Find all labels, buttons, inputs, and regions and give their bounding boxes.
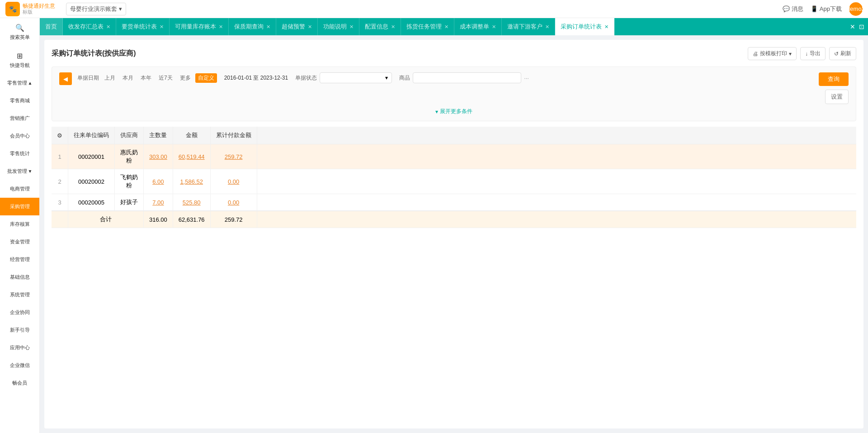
tab-purchase-order-stat[interactable]: 采购订单统计表 ✕ bbox=[555, 18, 614, 35]
sidebar-item-member[interactable]: 会员中心 bbox=[0, 127, 39, 145]
sidebar-item-collab[interactable]: 企业协同 bbox=[0, 304, 39, 321]
cell-supplier: 好孩子 bbox=[115, 194, 144, 211]
col-supplier: 供应商 bbox=[115, 127, 144, 144]
cell-paid[interactable]: 0.00 bbox=[210, 194, 257, 211]
goods-label: 商品 bbox=[399, 74, 410, 82]
status-label: 单据状态 bbox=[295, 74, 317, 82]
tab-close-all-btn[interactable]: ✕ bbox=[850, 23, 855, 30]
tab-invite[interactable]: 邀请下游客户 ✕ bbox=[502, 18, 555, 35]
print-icon: 🖨 bbox=[753, 51, 758, 57]
sidebar-item-search[interactable]: 🔍 搜索英单 bbox=[0, 18, 39, 46]
sidebar-item-retail-shop[interactable]: 零售商城 bbox=[0, 92, 39, 109]
top-bar-right: 💬 消息 📱 App下载 demo2 bbox=[783, 2, 863, 16]
sidebar-item-newbie[interactable]: 新手引导 bbox=[0, 321, 39, 339]
cell-num: 3 bbox=[52, 194, 68, 211]
custom-tag[interactable]: 自定义 bbox=[195, 73, 217, 83]
table-row[interactable]: 3 00020005 好孩子 7.00 525.80 0.00 bbox=[52, 194, 856, 211]
settings-icon[interactable]: ⚙ bbox=[57, 132, 62, 139]
tab-overstock[interactable]: 超储预警 ✕ bbox=[276, 18, 318, 35]
shortcut-7days[interactable]: 近7天 bbox=[156, 73, 175, 83]
shortcut-this-month[interactable]: 本月 bbox=[120, 73, 136, 83]
status-select[interactable]: ▾ bbox=[320, 72, 392, 83]
cell-qty[interactable]: 6.00 bbox=[144, 169, 173, 194]
filter-area: ◀ 单据日期 上月 本月 本年 近7天 更多 bbox=[52, 67, 856, 121]
avatar[interactable]: demo2 bbox=[849, 2, 863, 16]
table-row[interactable]: 2 00020002 飞鹤奶粉 6.00 1,586.52 0.00 bbox=[52, 169, 856, 194]
sidebar-item-system[interactable]: 系统管理 bbox=[0, 286, 39, 304]
chevron-down-icon: ▾ bbox=[119, 5, 122, 12]
sidebar-item-wholesale[interactable]: 批发管理 ▼ bbox=[0, 162, 39, 180]
tab-available-stock[interactable]: 可用量库存账本 ✕ bbox=[170, 18, 229, 35]
tab-task[interactable]: 拣货任务管理 ✕ bbox=[401, 18, 454, 35]
sidebar-item-purchase[interactable]: 采购管理 bbox=[0, 198, 39, 215]
filter-collapse-btn[interactable]: ◀ bbox=[59, 72, 72, 85]
layout: 🔍 搜索英单 ⊞ 快捷导航 零售管理 ▲ 零售商城 营销推广 会员中心 零售统计… bbox=[0, 18, 868, 433]
tab-funcguide[interactable]: 功能说明 ✕ bbox=[318, 18, 359, 35]
sidebar-item-retail[interactable]: 零售管理 ▲ bbox=[0, 74, 39, 92]
logo-area: 🐾 畅捷通好生意 标版 bbox=[5, 2, 55, 16]
cell-paid[interactable]: 0.00 bbox=[210, 169, 257, 194]
tab-close-task[interactable]: ✕ bbox=[444, 24, 448, 30]
sidebar-item-marketing[interactable]: 营销推广 bbox=[0, 109, 39, 127]
tab-config[interactable]: 配置信息 ✕ bbox=[359, 18, 401, 35]
message-btn[interactable]: 💬 消息 bbox=[783, 5, 803, 13]
goods-input[interactable] bbox=[413, 72, 521, 83]
logo-text: 畅捷通好生意 标版 bbox=[23, 3, 55, 15]
sidebar-item-basic[interactable]: 基础信息 bbox=[0, 268, 39, 286]
tab-validity[interactable]: 保质期查询 ✕ bbox=[229, 18, 276, 35]
tab-close-available-stock[interactable]: ✕ bbox=[219, 24, 223, 30]
tab-home[interactable]: 首页 bbox=[40, 18, 63, 35]
shortcut-more[interactable]: 更多 bbox=[177, 73, 193, 83]
sidebar-item-appcenter[interactable]: 应用中心 bbox=[0, 339, 39, 357]
tab-receive-send[interactable]: 收发存汇总表 ✕ bbox=[63, 18, 116, 35]
expand-btn[interactable]: ▾ 展开更多条件 bbox=[435, 108, 472, 115]
sidebar-item-quicknav[interactable]: ⊞ 快捷导航 bbox=[0, 46, 39, 74]
chevron-down-icon2: ▼ bbox=[28, 169, 33, 174]
cell-amount[interactable]: 60,519.44 bbox=[173, 144, 210, 169]
workspace-selector[interactable]: 母婴行业演示账套 ▾ bbox=[66, 3, 126, 15]
sidebar-item-member2[interactable]: 畅会员 bbox=[0, 374, 39, 392]
tab-order-stat[interactable]: 要货单统计表 ✕ bbox=[116, 18, 170, 35]
tab-cost-adj[interactable]: 成本调整单 ✕ bbox=[454, 18, 502, 35]
col-amount: 金额 bbox=[173, 127, 210, 144]
tab-close-cost-adj[interactable]: ✕ bbox=[492, 24, 496, 30]
table-row[interactable]: 1 00020001 惠氏奶粉 303.00 60,519.44 259.72 bbox=[52, 144, 856, 169]
cell-amount[interactable]: 1,586.52 bbox=[173, 169, 210, 194]
page-title-row: 采购订单统计表(按供应商) 🖨 按模板打印 ▾ ↓ 导出 ↺ bbox=[52, 47, 856, 60]
col-code: 往来单位编码 bbox=[68, 127, 115, 144]
sidebar-item-operation[interactable]: 经营管理 bbox=[0, 251, 39, 268]
message-icon: 💬 bbox=[783, 5, 790, 12]
cell-paid[interactable]: 259.72 bbox=[210, 144, 257, 169]
tab-close-receive-send[interactable]: ✕ bbox=[106, 24, 110, 30]
sidebar-item-inventory[interactable]: 库存核算 bbox=[0, 215, 39, 233]
tab-close-funcguide[interactable]: ✕ bbox=[349, 24, 354, 30]
goods-more-btn[interactable]: ··· bbox=[522, 75, 531, 81]
export-button[interactable]: ↓ 导出 bbox=[800, 47, 826, 60]
tab-close-order-stat[interactable]: ✕ bbox=[160, 24, 164, 30]
sidebar-item-finance[interactable]: 资金管理 bbox=[0, 233, 39, 251]
shortcut-last-month[interactable]: 上月 bbox=[102, 73, 118, 83]
cell-code: 00020005 bbox=[68, 194, 115, 211]
filter-main: ◀ 单据日期 上月 本月 本年 近7天 更多 bbox=[59, 72, 849, 104]
tab-close-invite[interactable]: ✕ bbox=[545, 24, 549, 30]
sidebar-item-ecommerce[interactable]: 电商管理 bbox=[0, 180, 39, 198]
tab-expand-btn[interactable]: ⊡ bbox=[859, 23, 864, 30]
tab-close-overstock[interactable]: ✕ bbox=[308, 24, 312, 30]
col-settings[interactable]: ⚙ bbox=[52, 127, 68, 144]
tab-close-purchase-order-stat[interactable]: ✕ bbox=[604, 24, 609, 30]
sidebar-item-retail-stat[interactable]: 零售统计 bbox=[0, 145, 39, 162]
setting-button[interactable]: 设置 bbox=[825, 90, 849, 104]
cell-qty[interactable]: 303.00 bbox=[144, 144, 173, 169]
print-button[interactable]: 🖨 按模板打印 ▾ bbox=[748, 47, 797, 60]
refresh-button[interactable]: ↺ 刷新 bbox=[829, 47, 856, 60]
cell-amount[interactable]: 525.80 bbox=[173, 194, 210, 211]
sidebar-item-wechat[interactable]: 企业微信 bbox=[0, 357, 39, 374]
search-button[interactable]: 查询 bbox=[819, 72, 849, 86]
data-table: ⚙ 往来单位编码 供应商 主数量 金额 累计付款金额 bbox=[52, 127, 856, 228]
shortcut-this-year[interactable]: 本年 bbox=[138, 73, 154, 83]
tab-close-validity[interactable]: ✕ bbox=[266, 24, 270, 30]
cell-qty[interactable]: 7.00 bbox=[144, 194, 173, 211]
app-download-btn[interactable]: 📱 App下载 bbox=[811, 5, 842, 13]
filter-fields: 单据日期 上月 本月 本年 近7天 更多 自定义 bbox=[77, 72, 813, 83]
tab-close-config[interactable]: ✕ bbox=[391, 24, 395, 30]
